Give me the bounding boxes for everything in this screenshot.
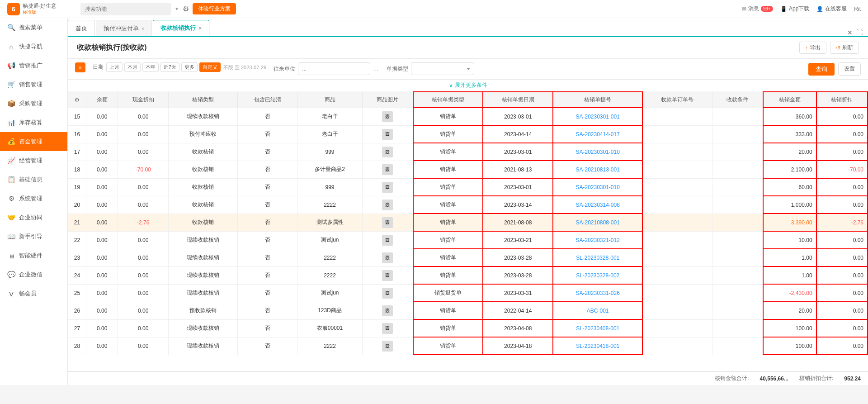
message-button[interactable]: ✉ 消息 99+ <box>742 5 773 13</box>
row-number: 22 <box>68 231 86 249</box>
message-icon: ✉ <box>742 6 746 12</box>
row-number: 15 <box>68 108 86 125</box>
user-profile[interactable]: Rit <box>854 6 861 12</box>
query-button[interactable]: 查询 <box>808 63 835 76</box>
goods-image-cell: 🖼 <box>362 337 413 355</box>
window-close-button[interactable]: ✕ <box>847 29 853 36</box>
sidebar: 🔍 搜索菜单 ⌂ 快捷导航 📢 营销推广 🛒 销售管理 📦 采购管理 📊 库存核… <box>0 18 68 385</box>
voucher-no-link[interactable]: SL-20230328-002 <box>576 272 619 279</box>
export-button[interactable]: ↑ 导出 <box>799 42 826 54</box>
partner-dots: … <box>373 66 379 72</box>
row-number: 24 <box>68 266 86 284</box>
cash-discount-cell: 0.00 <box>118 108 169 125</box>
sidebar-item-finance[interactable]: 💰 资金管理 <box>0 132 67 151</box>
service-icon: 👤 <box>816 6 823 12</box>
sidebar-item-member[interactable]: V 畅会员 <box>0 284 67 303</box>
filter-settings-button[interactable]: 设置 <box>838 62 861 76</box>
tab-prepay[interactable]: 预付冲应付单 × <box>96 20 152 36</box>
verify-voucher-no-cell: SA-20230414-017 <box>553 125 642 143</box>
sidebar-item-inventory[interactable]: 📊 库存核算 <box>0 113 67 132</box>
header-actions: ↑ 导出 ↺ 刷新 <box>799 42 859 54</box>
voucher-no-link[interactable]: ABC-001 <box>587 308 609 314</box>
voucher-no-link[interactable]: SA-20230314-008 <box>576 202 619 208</box>
verify-amount-cell: 2,100.00 <box>763 161 816 178</box>
sidebar-item-wechat[interactable]: 💬 企业微信 <box>0 265 67 284</box>
refresh-button[interactable]: ↺ 刷新 <box>830 42 859 54</box>
verify-discount-cell: 0.00 <box>816 284 868 302</box>
online-service-button[interactable]: 👤 在线客服 <box>816 5 847 13</box>
column-settings-icon[interactable]: ⚙ <box>75 97 80 103</box>
voucher-no-link[interactable]: SA-20230331-026 <box>576 290 619 296</box>
date-7days[interactable]: 近7天 <box>160 62 179 72</box>
sidebar-item-system[interactable]: ⚙ 系统管理 <box>0 189 67 208</box>
sidebar-item-sales[interactable]: 🛒 销售管理 <box>0 75 67 94</box>
refresh-icon: ↺ <box>836 45 840 51</box>
cash-discount-cell: 0.00 <box>118 143 169 161</box>
tab-home[interactable]: 首页 <box>68 20 95 36</box>
verify-amount-cell: 1,000.00 <box>763 196 816 214</box>
row-number: 18 <box>68 161 86 178</box>
date-custom[interactable]: 自定义 <box>199 62 221 72</box>
industry-button[interactable]: 休验行业方案 <box>193 3 236 14</box>
col-receipt-order-no: 收款单订单号 <box>642 92 712 108</box>
date-last-month[interactable]: 上月 <box>106 62 123 72</box>
voucher-no-link[interactable]: SA-20230301-001 <box>576 114 619 120</box>
verify-amount-cell: 60.00 <box>763 178 816 196</box>
goods-image-cell: 🖼 <box>362 231 413 249</box>
col-balance: 余额 <box>86 92 118 108</box>
voucher-no-link[interactable]: SA-20230414-017 <box>576 131 619 138</box>
sidebar-item-quicknav[interactable]: ⌂ 快捷导航 <box>0 37 67 56</box>
goods-image-cell: 🖼 <box>362 284 413 302</box>
col-settings[interactable]: ⚙ <box>68 92 86 108</box>
verify-discount-cell: 0.00 <box>816 302 868 319</box>
table-row: 220.000.00现续收款核销否测试jun🖼销货单2023-03-21SA-2… <box>68 231 868 249</box>
voucher-no-link[interactable]: SL-20230328-001 <box>576 255 619 261</box>
sidebar-item-purchase[interactable]: 📦 采购管理 <box>0 94 67 113</box>
expand-more-button[interactable]: ∨ 展开更多条件 <box>449 81 487 89</box>
verify-voucher-type-cell: 销货单 <box>413 178 483 196</box>
window-maximize-button[interactable]: ⛶ <box>856 29 863 36</box>
verify-voucher-type-cell: 销货单 <box>413 196 483 214</box>
row-number: 26 <box>68 302 86 319</box>
partner-input[interactable] <box>298 62 370 75</box>
verify-voucher-date-cell: 2023-03-01 <box>483 178 553 196</box>
filter-expand-button[interactable]: » <box>75 62 85 72</box>
date-this-year[interactable]: 本年 <box>142 62 159 72</box>
main-layout: 🔍 搜索菜单 ⌂ 快捷导航 📢 营销推广 🛒 销售管理 📦 采购管理 📊 库存核… <box>0 18 868 385</box>
tab-close-prepay[interactable]: × <box>142 26 144 31</box>
voucher-no-link[interactable]: SA-20230301-010 <box>576 149 619 155</box>
sidebar-item-hardware[interactable]: 🖥 智能硬件 <box>0 246 67 265</box>
sidebar-item-base[interactable]: 📋 基础信息 <box>0 170 67 189</box>
cash-discount-cell: 0.00 <box>118 319 169 337</box>
verify-voucher-no-cell: ABC-001 <box>553 302 642 319</box>
voucher-no-link[interactable]: SA-20230301-010 <box>576 184 619 190</box>
voucher-no-link[interactable]: SA-20210813-001 <box>576 166 619 173</box>
app-download-button[interactable]: 📱 App下载 <box>780 5 809 13</box>
voucher-no-link[interactable]: SL-20230418-001 <box>576 343 619 349</box>
tab-close-verify[interactable]: × <box>198 25 201 31</box>
verify-amount-cell: 100.00 <box>763 337 816 355</box>
total-amount-label: 核销金额合计: <box>715 375 749 382</box>
search-input[interactable] <box>80 3 171 15</box>
sidebar-item-search[interactable]: 🔍 搜索菜单 <box>0 18 67 37</box>
voucher-no-link[interactable]: SA-20230321-012 <box>576 237 619 243</box>
tab-bar: 首页 预付冲应付单 × 收款核销执行 × ✕ ⛶ <box>68 18 868 37</box>
voucher-no-link[interactable]: SA-20210808-001 <box>576 219 619 226</box>
date-more[interactable]: 更多 <box>181 62 198 72</box>
home-icon: ⌂ <box>7 43 15 51</box>
voucher-type-select[interactable] <box>411 62 474 75</box>
sidebar-item-guide[interactable]: 📖 新手引导 <box>0 227 67 246</box>
tab-verify[interactable]: 收款核销执行 × <box>153 20 209 36</box>
sidebar-item-enterprise[interactable]: 🤝 企业协同 <box>0 208 67 227</box>
row-number: 27 <box>68 319 86 337</box>
gear-button[interactable]: ⚙ <box>183 5 189 13</box>
verify-voucher-type-cell: 销货单 <box>413 214 483 231</box>
sidebar-item-operation[interactable]: 📈 经营管理 <box>0 151 67 170</box>
verify-voucher-date-cell: 2023-03-31 <box>483 284 553 302</box>
verify-amount-cell: 3,390.00 <box>763 214 816 231</box>
date-this-month[interactable]: 本月 <box>124 62 141 72</box>
voucher-no-link[interactable]: SL-20230408-001 <box>576 325 619 332</box>
sidebar-item-marketing[interactable]: 📢 营销推广 <box>0 56 67 75</box>
col-verify-type: 核销类型 <box>169 92 238 108</box>
inventory-icon: 📊 <box>7 119 15 127</box>
